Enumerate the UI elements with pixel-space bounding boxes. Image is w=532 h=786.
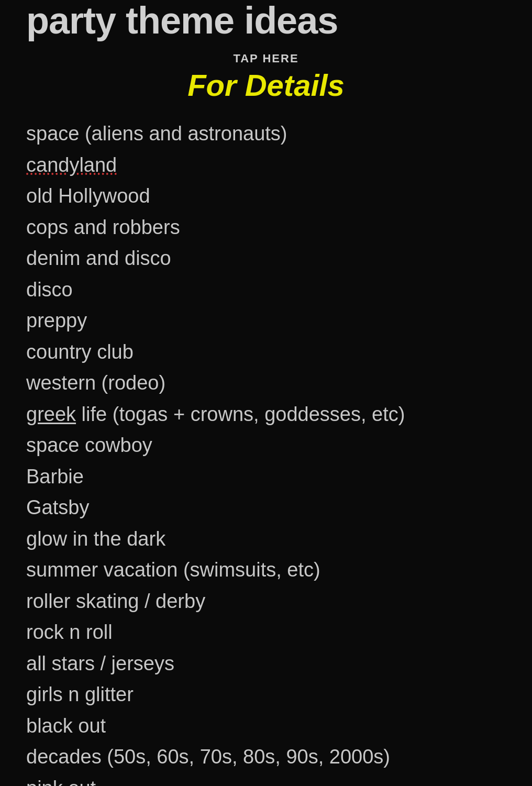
list-item-denim-and-disco: denim and disco <box>26 243 506 274</box>
list-item-space-cowboy: space cowboy <box>26 430 506 461</box>
list-item-decades: decades (50s, 60s, 70s, 80s, 90s, 2000s) <box>26 741 506 773</box>
list-item-girls-n-glitter: girls n glitter <box>26 679 506 711</box>
list-item-old-hollywood: old Hollywood <box>26 181 506 212</box>
list-item-all-stars: all stars / jerseys <box>26 648 506 680</box>
list-item-candyland: candyland <box>26 150 506 181</box>
list-item-summer-vacation: summer vacation (swimsuits, etc) <box>26 555 506 586</box>
list-item-pink-out: pink out <box>26 773 506 786</box>
list-item-western: western (rodeo) <box>26 368 506 399</box>
list-item-barbie: Barbie <box>26 461 506 493</box>
list-item-cops-and-robbers: cops and robbers <box>26 212 506 243</box>
list-item-glow-in-the-dark: glow in the dark <box>26 524 506 555</box>
list-item-roller-skating: roller skating / derby <box>26 586 506 617</box>
title-section: party theme ideas <box>0 0 532 47</box>
tap-here-label: TAP HERE <box>0 52 532 65</box>
list-item-country-club: country club <box>26 337 506 368</box>
list-item-greek-life: greek life (togas + crowns, goddesses, e… <box>26 399 506 430</box>
list-item-rock-n-roll: rock n roll <box>26 617 506 648</box>
theme-list: space (aliens and astronauts)candylandol… <box>0 113 532 786</box>
list-item-preppy: preppy <box>26 305 506 337</box>
tap-here-section[interactable]: TAP HERE For Details <box>0 47 532 113</box>
page-title: party theme ideas <box>26 0 532 41</box>
list-item-gatsby: Gatsby <box>26 492 506 524</box>
list-item-disco: disco <box>26 274 506 306</box>
for-details-label: For Details <box>0 68 532 103</box>
page-container: party theme ideas TAP HERE For Details s… <box>0 0 532 786</box>
list-item-space-aliens: space (aliens and astronauts) <box>26 118 506 150</box>
list-item-black-out: black out <box>26 711 506 742</box>
